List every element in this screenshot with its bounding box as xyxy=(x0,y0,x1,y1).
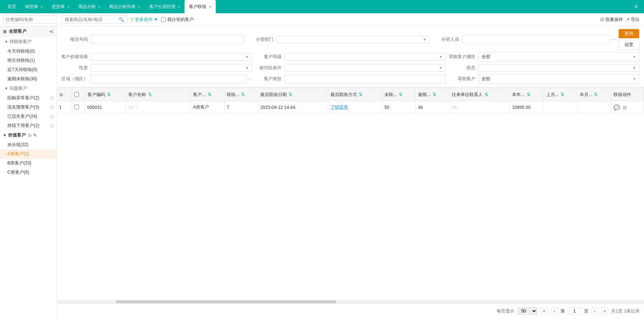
sidebar-item-b-class[interactable]: B类客户(33) xyxy=(0,159,57,168)
table-gear-icon[interactable]: ⚙ xyxy=(59,92,63,98)
sidebar: 🔍 ⊞ 全部客户 ≪ ▼ 待联络客户 今天待联络(0) 明天待联络(1) 近7天… xyxy=(0,13,57,318)
select-all-checkbox[interactable] xyxy=(74,92,79,97)
retail-customer-select[interactable]: 全部 ▼ xyxy=(478,74,640,84)
th-unit-contact[interactable]: 往来单位联系人 ⇅ xyxy=(449,89,510,101)
nav-product-analysis-list[interactable]: 商品分析列表 × xyxy=(105,0,144,13)
nav-customer-contact[interactable]: 客户联络 × xyxy=(185,0,215,13)
cell-name: Ea ? xyxy=(126,101,191,114)
region-dots-icon[interactable]: ··· xyxy=(248,77,252,82)
all-customers-header[interactable]: ⊞ 全部客户 ≪ xyxy=(0,26,57,37)
customer-level-field: 客户等级 ▼ xyxy=(255,53,446,61)
page-size-select[interactable]: 50 100 xyxy=(517,307,537,315)
scrollbar-thumb[interactable] xyxy=(116,300,336,303)
customer-level-select[interactable]: ▼ xyxy=(285,53,446,61)
sidebar-group-pending[interactable]: ▼ 待联络客户 xyxy=(0,37,57,47)
horizontal-scrollbar[interactable] xyxy=(57,300,644,304)
close-customer-contact-icon[interactable]: × xyxy=(209,4,211,9)
th-uncontacted[interactable]: 未联... ⇅ xyxy=(382,89,415,101)
sidebar-item-today[interactable]: 今天待联络(0) xyxy=(0,47,57,56)
price-level-select[interactable]: ▼ xyxy=(91,53,252,61)
cell-this-year: 10995.00 xyxy=(510,101,544,114)
more-conditions-button[interactable]: ▽ 更多条件 ▼ xyxy=(130,17,158,23)
prev-page-button[interactable]: ‹ xyxy=(551,307,558,315)
sidebar-item-overdue[interactable]: 逾期未联络(30) xyxy=(0,74,57,84)
th-type[interactable]: 客户... ⇅ xyxy=(191,89,224,101)
comment-action-icon[interactable]: 💬 xyxy=(613,105,620,110)
nav-sales[interactable]: 销货单 × xyxy=(21,0,47,13)
filter-row-2: 客户价格等级 ▼ 客户等级 ▼ 零散客户属性 全部 xyxy=(61,52,640,62)
batch-ops-button[interactable]: ☑ 批量操作 xyxy=(600,17,623,23)
retail-attr-select[interactable]: 全部 ▼ xyxy=(478,52,640,62)
filter-actions: 查询 设置 xyxy=(618,29,640,50)
th-this-month[interactable]: 本月... ⇅ xyxy=(577,89,611,101)
export-button[interactable]: ↗ 导出 xyxy=(626,17,640,23)
close-customer-tier-icon[interactable]: × xyxy=(178,4,180,9)
payment-select[interactable]: ▼ xyxy=(285,64,446,72)
nav-product-analysis[interactable]: 商品分析 × xyxy=(74,0,105,13)
close-purchase-icon[interactable]: × xyxy=(67,4,69,9)
region-label: 区域（地区） xyxy=(61,76,91,82)
settings-button[interactable]: 设置 xyxy=(618,40,640,50)
first-page-button[interactable]: « xyxy=(540,307,548,315)
main-search-input[interactable] xyxy=(65,17,119,22)
th-last-date[interactable]: 最后联络日期 ⇅ xyxy=(258,89,328,101)
close-product-analysis-list-icon[interactable]: × xyxy=(138,4,140,9)
sidebar-group-problem[interactable]: ▼ 问题客户 xyxy=(0,84,57,93)
th-this-year[interactable]: 本年... ⇅ xyxy=(510,89,544,101)
region-input[interactable] xyxy=(91,75,247,84)
qr-action-icon[interactable]: ⊞ xyxy=(623,105,627,110)
nature-chevron-icon: ▼ xyxy=(245,66,249,70)
close-product-analysis-icon[interactable]: × xyxy=(98,4,100,9)
refresh-value-icon[interactable]: ↻ xyxy=(28,133,32,138)
th-checkbox xyxy=(72,89,85,101)
close-sales-icon[interactable]: × xyxy=(40,4,43,9)
sidebar-item-7days[interactable]: 近7天待联络(0) xyxy=(0,65,57,74)
row-checkbox[interactable] xyxy=(74,105,79,109)
sidebar-item-unclassified[interactable]: 未分组(32) xyxy=(0,140,57,149)
th-name[interactable]: 客户名称 ⇅ xyxy=(126,89,191,101)
manager-dots-icon[interactable]: ··· xyxy=(612,37,615,42)
last-page-button[interactable]: » xyxy=(601,307,609,315)
arrow-value-icon: ▼ xyxy=(3,133,7,137)
th-last-method[interactable]: 最后联络方式 ⇅ xyxy=(328,89,382,101)
price-level-chevron-icon: ▼ xyxy=(245,55,249,59)
sidebar-item-churned[interactable]: 已流失客户(24) ⓘ xyxy=(0,112,57,121)
main-search-icon[interactable]: 🔍 xyxy=(119,17,124,22)
page-number-input[interactable] xyxy=(568,307,581,315)
next-page-button[interactable]: › xyxy=(591,307,598,315)
query-button[interactable]: 查询 xyxy=(619,29,639,38)
phone-label: 电话号码 xyxy=(61,36,91,43)
sidebar-item-tomorrow[interactable]: 明天待联络(1) xyxy=(0,56,57,65)
th-contact[interactable]: 联络... ⇅ xyxy=(224,89,258,101)
close-all-button[interactable]: × xyxy=(631,3,641,11)
collapse-sidebar-icon[interactable]: ≪ xyxy=(49,29,54,34)
sidebar-item-abnormal-repurchase[interactable]: 回购异常客户(2) ⓘ xyxy=(0,93,57,103)
edit-value-icon[interactable]: ✎ xyxy=(33,133,37,138)
nav-purchase[interactable]: 进货单 × xyxy=(47,0,74,13)
nav-home[interactable]: 首页 xyxy=(3,0,21,13)
sidebar-item-churn-warning[interactable]: 流失预警客户(3) ⓘ xyxy=(0,103,57,112)
dept-select[interactable]: ▼ xyxy=(276,36,430,43)
cell-last-method[interactable]: 下销货单 xyxy=(328,101,382,114)
my-customers-checkbox[interactable] xyxy=(161,17,166,22)
customer-type-input[interactable] xyxy=(285,75,446,84)
manager-input[interactable] xyxy=(462,35,610,44)
sidebar-item-a-class[interactable]: A类客户(1) xyxy=(0,149,57,159)
manager-label: 分管人员 xyxy=(433,36,462,43)
sidebar-item-declining[interactable]: 持续下滑客户(2) ⓘ xyxy=(0,121,57,130)
status-select[interactable]: ▼ xyxy=(478,64,640,72)
sidebar-search-input[interactable] xyxy=(3,15,57,24)
info-abnormal-icon: ⓘ xyxy=(50,96,54,101)
sidebar-group-value[interactable]: ▼ 价值客户 ↻ ✎ xyxy=(0,130,57,140)
th-settings[interactable]: ⚙ xyxy=(57,89,72,101)
dept-field: 分管部门 ▼ xyxy=(247,36,430,43)
nature-select[interactable]: ▼ xyxy=(91,64,252,72)
th-code[interactable]: 客户编码 ⇅ xyxy=(85,89,126,101)
phone-input[interactable] xyxy=(91,35,244,44)
th-overdue[interactable]: 逾期... ⇅ xyxy=(416,89,449,101)
sidebar-item-c-class[interactable]: C类客户(6) xyxy=(0,168,57,177)
nav-customer-tier[interactable]: 客户分层经营 × xyxy=(145,0,185,13)
sort-contact-icon: ⇅ xyxy=(241,92,245,97)
th-last-month[interactable]: 上月... ⇅ xyxy=(544,89,577,101)
checkmark-icon: ☑ xyxy=(600,17,604,22)
